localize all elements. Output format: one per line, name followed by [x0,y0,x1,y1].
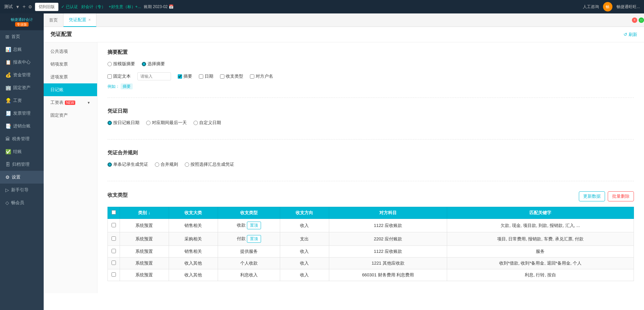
top-bar-right: 人工咨询 畅 畅捷通旺旺... [583,2,640,11]
sidebar-item-home[interactable]: ⊞ 首页 [0,30,44,43]
inner-nav-sales-invoice[interactable]: 销项发票 [44,58,97,71]
refresh-button[interactable]: ↺ 刷新 [624,32,637,38]
merge-rule-radio-group: 单条记录生成凭证 合并规则 按照选择汇总生成凭证 [108,161,634,167]
inner-nav-diary[interactable]: 日记账 [44,83,97,96]
tab-bar: 首页 凭证配置 × × □ [44,13,644,27]
sidebar-label-invoice: 发票管理 [13,110,31,116]
summary-check-cash-type[interactable]: 收支类型 [220,73,243,79]
inner-nav-public-label: 公共选项 [50,48,68,54]
top-tag-button-0[interactable]: 置顶 [247,222,261,229]
sidebar-item-guide[interactable]: ▷ 新手引导 [0,184,44,196]
sidebar-item-tax[interactable]: 🏛 税务管理 [0,132,44,145]
update-data-button[interactable]: 更新数据 [579,191,605,201]
td-check-0[interactable] [108,219,120,232]
td-check-2[interactable] [108,246,120,258]
td-keywords-4: 利息, 行转, 按自 [447,269,634,281]
th-check[interactable] [108,207,120,219]
close-window-button[interactable]: × [632,17,637,23]
batch-delete-button[interactable]: 批量删除 [608,191,634,201]
inner-layout: 公共选项 销项发票 进项发票 日记账 工资表 NEW [44,42,644,293]
summary-radio-select[interactable]: 选择摘要 [142,61,165,67]
sidebar-item-fixed-assets[interactable]: 🏢 固定资产 [0,81,44,94]
td-account-1: 2202 应付账款 [329,232,447,246]
summary-check-abstract[interactable]: 摘要 [178,73,192,79]
archive-icon: 🗄 [5,162,10,167]
cash-type-table: 类别 ↓ 收支大类 收支类型 收支方向 对方科目 匹配关键字 [108,207,634,281]
voucher-date-radio-diary[interactable]: 按日记账日期 [108,120,139,126]
td-check-1[interactable] [108,232,120,246]
sidebar-item-settings[interactable]: ⚙ 设置 [0,171,44,184]
invoice-icon: 🧾 [5,111,11,116]
refresh-icon: ↺ [624,32,627,37]
voucher-date-radio-custom[interactable]: 自定义日期 [194,120,221,126]
close-tab-icon[interactable]: × [88,17,91,22]
merge-rule-radio-single[interactable]: 单条记录生成凭证 [108,161,148,167]
th-account: 对方科目 [329,207,447,219]
member-icon: ◇ [5,200,9,205]
td-category-2: 系统预置 [120,246,169,258]
td-check-4[interactable] [108,269,120,281]
fixed-text-input[interactable] [137,72,171,80]
sidebar-item-funds[interactable]: 💰 资金管理 [0,69,44,81]
chevron-down-icon[interactable]: ▼ [15,4,20,9]
app-wrapper: 测试 ▼ + ⚙ 切到旧版 ✓ 已认证 好会计（专） +好生意（标）+... 账… [0,0,644,310]
calendar-icon[interactable]: 📅 [169,4,174,9]
table-actions: 更新数据 批量删除 [579,191,634,201]
add-icon[interactable]: + [23,4,26,10]
select-all-checkbox[interactable] [112,210,116,215]
td-direction-0: 收入 [280,219,329,232]
consult-label[interactable]: 人工咨询 [583,4,599,10]
maximize-window-button[interactable]: □ [639,17,644,23]
switch-version-button[interactable]: 切到旧版 [35,3,58,11]
td-type-4: 利息收入 [218,269,280,281]
inner-nav-fixed-assets-label: 固定资产 [50,112,68,118]
merge-rule-radio-summary[interactable]: 按照选择汇总生成凭证 [185,161,234,167]
sidebar: 畅捷通好会计专业版 ⊞ 首页 📊 总账 📋 报表中心 💰 资金管理 🏢 固定资产 [0,13,44,310]
inner-nav-fixed-assets[interactable]: 固定资产 [44,109,97,122]
gear-icon[interactable]: ⚙ [28,4,32,9]
sidebar-label-funds: 资金管理 [13,72,31,78]
sidebar-item-reports[interactable]: 📋 报表中心 [0,56,44,69]
td-big-type-2: 销售相关 [169,246,218,258]
td-direction-4: 收入 [280,269,329,281]
td-category-3: 系统预置 [120,258,169,269]
sidebar-item-salary[interactable]: 👷 工资 [0,94,44,107]
good2-label: +好生意（标）+... [109,4,141,9]
summary-check-date[interactable]: 日期 [199,73,213,79]
sidebar-item-general-ledger[interactable]: 📊 总账 [0,43,44,56]
voucher-date-radio-last[interactable]: 对应期间最后一天 [146,120,187,126]
summary-check-counterpart[interactable]: 对方户名 [250,73,273,79]
table-row: 系统预置 收入其他 利息收入 收入 660301 财务费用 利息费用 利息, 行… [108,269,634,281]
td-keywords-0: 欠款, 现金, 项目款, 到款, 报销款, 汇入, ... [447,219,634,232]
td-type-2: 提供服务 [218,246,280,258]
page-header: 凭证配置 ↺ 刷新 [44,27,644,42]
td-big-type-4: 收入其他 [169,269,218,281]
top-tag-button-1[interactable]: 置顶 [247,235,261,243]
td-account-2: 1122 应收账款 [329,246,447,258]
th-category: 类别 ↓ [120,207,169,219]
sidebar-item-invoice[interactable]: 🧾 发票管理 [0,107,44,120]
summary-check-fixed[interactable]: 固定文本 [108,73,131,79]
td-big-type-0: 销售相关 [169,219,218,232]
summary-radio-group: 按模版摘要 选择摘要 [108,61,634,67]
sidebar-item-purchase-sales[interactable]: 📑 进销台账 [0,120,44,132]
sidebar-logo: 畅捷通好会计专业版 [0,13,44,30]
inner-nav-public[interactable]: 公共选项 [44,45,97,58]
sidebar-item-closing[interactable]: ✅ 结账 [0,145,44,158]
td-direction-1: 支出 [280,232,329,246]
sidebar-item-member[interactable]: ◇ 畅会员 [0,196,44,209]
td-check-3[interactable] [108,258,120,269]
tab-home[interactable]: 首页 [44,13,63,27]
sidebar-label-salary: 工资 [13,98,22,104]
inner-nav-purchase-invoice[interactable]: 进项发票 [44,71,97,83]
avatar: 畅 [603,2,612,11]
sidebar-label-tax: 税务管理 [12,136,30,142]
tab-voucher-config[interactable]: 凭证配置 × [63,13,96,27]
new-badge: NEW [65,101,75,105]
summary-radio-template[interactable]: 按模版摘要 [108,61,135,67]
sidebar-item-archive[interactable]: 🗄 归档管理 [0,158,44,171]
inner-nav-payroll[interactable]: 工资表 NEW ▼ [44,96,97,109]
merge-rule-radio-merge[interactable]: 合并规则 [155,161,178,167]
merge-rule-title: 凭证合并规则 [108,150,634,156]
cash-type-title: 收支类型 [108,192,128,198]
